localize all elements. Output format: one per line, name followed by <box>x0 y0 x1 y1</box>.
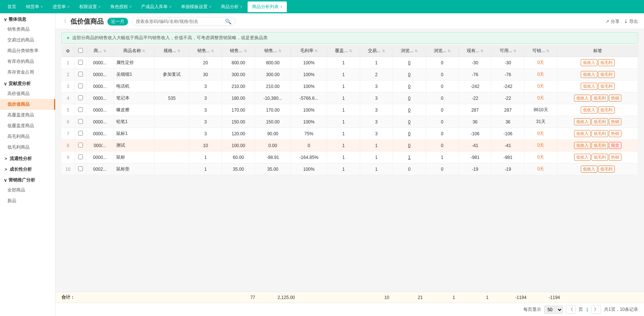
sidebar-item-new-products[interactable]: 新品 <box>0 196 55 206</box>
sidebar-item-all-products[interactable]: 全部商品 <box>0 185 55 196</box>
row-name: 电话机 <box>114 81 155 92</box>
sidebar-item-high-value[interactable]: 高价值商品 <box>0 88 55 99</box>
search-input[interactable] <box>136 19 223 24</box>
total-transaction: 21 <box>403 295 437 300</box>
row-gross-margin: 100% <box>291 81 327 92</box>
sidebar-item-high-coverage[interactable]: 高覆盖度商品 <box>0 110 55 120</box>
nav-product-inbound[interactable]: 产成品入库单 × <box>137 1 176 12</box>
nav-template-settings[interactable]: 单据模板设置 × <box>177 1 216 12</box>
sidebar-item-category-sales-rate[interactable]: 商品分类销售率 <box>0 45 55 56</box>
close-icon[interactable]: × <box>169 5 171 9</box>
row-checkbox[interactable] <box>75 152 86 163</box>
nav-permission-settings[interactable]: 权限设置 × <box>75 1 105 12</box>
row-browse1[interactable]: 1 <box>393 152 426 163</box>
row-checkbox[interactable] <box>75 57 86 69</box>
search-icon[interactable]: 🔍 <box>225 18 231 24</box>
row-select-checkbox[interactable] <box>78 72 83 77</box>
pagination-bar: 每页显示 50 100 200 《 页 1 》 共1页，10条记录 <box>56 303 644 316</box>
close-icon[interactable]: × <box>209 5 211 9</box>
browse1-link[interactable]: 0 <box>408 131 410 136</box>
nav-product-analysis-list[interactable]: 商品分析列表 × <box>248 1 287 12</box>
sidebar-group-contribution[interactable]: ∨ 贡献度分析 <box>0 78 55 88</box>
browse1-link[interactable]: 0 <box>408 119 410 125</box>
nav-home[interactable]: 首页 <box>3 1 21 12</box>
close-icon[interactable]: × <box>98 5 101 9</box>
close-icon[interactable]: × <box>67 5 70 9</box>
export-button[interactable]: ⤓ 导出 <box>624 18 638 25</box>
row-select-checkbox[interactable] <box>78 60 83 65</box>
sidebar-group-growth[interactable]: ＞ 成长性分析 <box>0 163 55 174</box>
checkbox-th[interactable] <box>75 45 86 57</box>
row-browse1[interactable]: 0 <box>393 140 426 152</box>
row-select-checkbox[interactable] <box>78 131 83 136</box>
per-page-select[interactable]: 50 100 200 <box>544 306 563 314</box>
sidebar-group-marketing[interactable]: ∨ 营销推广分析 <box>0 174 55 185</box>
nav-purchase-order[interactable]: 进货单 × <box>48 1 74 12</box>
browse1-link[interactable]: 0 <box>408 72 410 77</box>
browse1-link[interactable]: 0 <box>408 108 410 113</box>
row-select-checkbox[interactable] <box>78 107 83 112</box>
sidebar-item-low-margin[interactable]: 低毛利商品 <box>0 142 55 153</box>
row-checkbox[interactable] <box>75 163 86 175</box>
sidebar-group-circulation[interactable]: ＞ 流通性分析 <box>0 153 55 163</box>
browse1-link[interactable]: 0 <box>408 84 410 89</box>
select-all-checkbox[interactable] <box>78 48 83 53</box>
row-select-checkbox[interactable] <box>78 143 83 147</box>
row-browse1[interactable]: 0 <box>393 163 426 175</box>
row-browse1[interactable]: 0 <box>393 69 426 81</box>
search-box[interactable]: 🔍 <box>132 17 235 26</box>
row-browse1[interactable]: 0 <box>393 92 426 104</box>
row-select-checkbox[interactable] <box>78 84 83 88</box>
row-browse1[interactable]: 0 <box>393 81 426 92</box>
close-icon[interactable]: × <box>41 5 43 9</box>
row-select-checkbox[interactable] <box>78 119 83 124</box>
row-checkbox[interactable] <box>75 81 86 92</box>
row-spec <box>155 81 189 92</box>
close-icon[interactable]: × <box>240 5 242 9</box>
row-browse2: 0 <box>426 104 459 116</box>
sidebar-item-high-margin[interactable]: 高毛利商品 <box>0 131 55 142</box>
nav-product-analysis[interactable]: 商品分析 × <box>217 1 247 12</box>
row-select-checkbox[interactable] <box>78 166 83 171</box>
share-button[interactable]: ↗ 分享 <box>606 18 620 25</box>
row-checkbox[interactable] <box>75 69 86 81</box>
nav-role-auth[interactable]: 角色授权 × <box>106 1 136 12</box>
row-available: -242 <box>492 81 524 92</box>
close-icon[interactable]: × <box>280 5 282 9</box>
first-page-button[interactable]: 《 <box>566 305 576 314</box>
browse1-link[interactable]: 0 <box>408 60 410 65</box>
filter-tag-month[interactable]: 近一月 <box>107 18 128 26</box>
sidebar-item-inventory-capital[interactable]: 库存资金占用 <box>0 67 55 78</box>
row-browse1[interactable]: 0 <box>393 128 426 140</box>
row-checkbox[interactable] <box>75 140 86 152</box>
nav-sales-order[interactable]: 销货单 × <box>21 1 47 12</box>
sidebar-group-overall[interactable]: ∨ 整体信息 <box>0 13 55 24</box>
settings-th[interactable]: ⚙ <box>61 45 75 57</box>
row-browse1[interactable]: 0 <box>393 116 426 128</box>
table-container[interactable]: ⚙ 商... ⇅ 商品名称 ⇅ 规格... ⇅ 销售... ⇅ 销售... ⇅ … <box>56 45 644 292</box>
close-icon[interactable]: × <box>130 5 132 9</box>
row-select-checkbox[interactable] <box>78 95 83 100</box>
row-browse1[interactable]: 0 <box>393 104 426 116</box>
row-days: 0天 <box>524 163 557 175</box>
browse1-link[interactable]: 1 <box>408 155 410 160</box>
sidebar-item-traded-products[interactable]: 交易过的商品 <box>0 35 55 45</box>
sidebar-item-low-coverage[interactable]: 低覆盖度商品 <box>0 120 55 131</box>
row-checkbox[interactable] <box>75 104 86 116</box>
table-row: 1 0000... 属性定价 20 800.00 800.00 100% 1 1… <box>61 57 638 69</box>
row-current: -30 <box>459 57 492 69</box>
browse1-link[interactable]: 0 <box>408 143 410 148</box>
sidebar-item-sales-products[interactable]: 销售类商品 <box>0 24 55 35</box>
browse1-link[interactable]: 0 <box>408 96 410 101</box>
row-select-checkbox[interactable] <box>78 154 83 159</box>
row-checkbox[interactable] <box>75 128 86 140</box>
sidebar-collapse-button[interactable]: 《 <box>61 18 67 25</box>
row-browse1[interactable]: 0 <box>393 57 426 69</box>
row-checkbox[interactable] <box>75 92 86 104</box>
row-checkbox[interactable] <box>75 116 86 128</box>
row-available: -76 <box>492 69 524 81</box>
next-page-button[interactable]: 》 <box>591 305 601 314</box>
sidebar-item-low-value[interactable]: 低价值商品 <box>0 99 55 110</box>
row-spec: 535 <box>155 92 189 104</box>
sidebar-item-in-stock[interactable]: 有库存的商品 <box>0 56 55 67</box>
